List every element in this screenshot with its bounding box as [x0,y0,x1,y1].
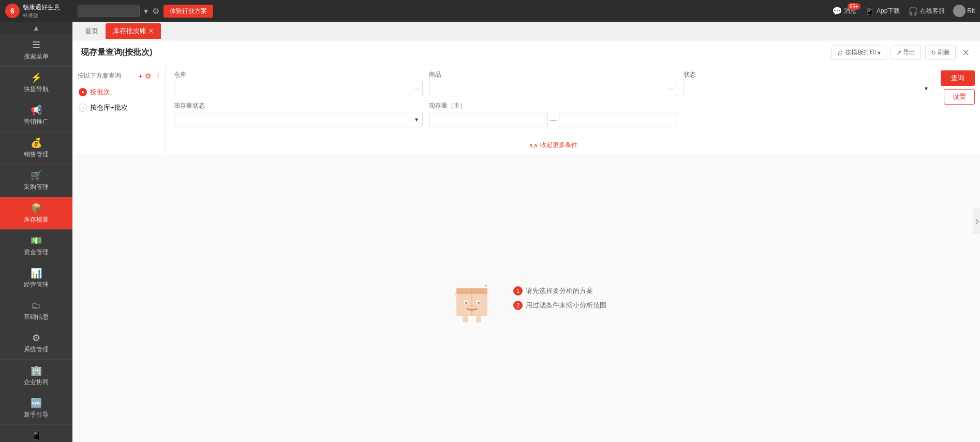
tab-inventory-batch[interactable]: 库存批次账 ✕ [106,23,161,39]
sidebar-item-basic-info[interactable]: 🗂 基础信息 [0,295,72,327]
content-area: 首页 库存批次账 ✕ 现存量查询(按批次) 🖨 按模板打印 ▾ ↗ 导出 [72,22,980,442]
sidebar-item-quick-nav[interactable]: ⚡ 快捷导航 [0,67,72,99]
tab-close-icon[interactable]: ✕ [149,27,154,35]
collapse-up-icon: ∧∧ [529,142,538,149]
tab-inventory-batch-label: 库存批次账 [113,26,146,36]
query-actions: 查询 设置 [941,65,980,154]
app-download-label: App下载 [877,7,900,16]
filter-label-product: 商品 [429,70,678,79]
warehouse-more-icon[interactable]: ··· [413,84,420,93]
scheme-add-icon[interactable]: + [139,72,143,80]
refresh-icon: ↻ [931,49,936,56]
scheme-gear-icon[interactable]: ⚙ [145,72,152,80]
filter-select-status[interactable]: ▾ [684,81,932,96]
message-item[interactable]: 💬 消息 99+ [832,6,856,16]
svg-point-5 [465,302,467,304]
sidebar-label-operations: 经营管理 [24,281,49,289]
user-item[interactable]: Rit [953,5,975,17]
filter-field-warehouse: 仓库 ··· [174,70,423,96]
logo-area: 6 畅康通好生意 标准版 [5,3,78,19]
gear-sidebar-icon: ⚙ [32,332,40,344]
tip-2-text: 用过滤条件来缩小分析范围 [526,301,606,310]
scheme-item-by-batch[interactable]: ● 按批次 [72,84,165,100]
top-header: 6 畅康通好生意 标准版 ▾ ⚙ 体验行业方案 💬 消息 99+ 📱 App下载… [0,0,980,22]
logo-text: 畅康通好生意 标准版 [23,3,60,19]
export-icon: ↗ [896,49,901,56]
stock-status-chevron-icon: ▾ [415,116,418,123]
message-badge: 99+ [848,3,860,10]
sidebar-label-system: 系统管理 [24,345,49,354]
new-icon: 🆕 [31,397,42,409]
settings-btn[interactable]: 设置 [944,89,975,105]
header-gear-icon[interactable]: ⚙ [152,6,159,16]
filter-field-status: 状态 ▾ [684,70,932,96]
empty-tips: 1 请先选择要分析的方案 2 用过滤条件来缩小分析范围 [513,286,606,310]
filter-range-input-max[interactable] [559,112,678,127]
scheme-item-by-warehouse-batch[interactable]: ○ 按仓库+批次 [72,100,165,115]
tab-bar: 首页 库存批次账 ✕ [72,22,980,40]
filter-range-stock-qty: — [429,112,678,127]
sidebar-label-inventory: 库存核算 [24,215,49,224]
sidebar-item-app-center[interactable]: 📱 应用中心 [0,425,72,442]
online-service-item[interactable]: 🎧 在线客服 [908,6,945,16]
sidebar-item-operations[interactable]: 📊 经营管理 [0,262,72,295]
sidebar-label-new-guide: 新手引导 [24,410,49,419]
svg-text:✦: ✦ [454,292,457,297]
filter-field-stock-qty: 现存量（主） — [429,101,678,127]
sidebar-item-marketing[interactable]: 📢 营销推广 [0,99,72,132]
filter-label-status: 状态 [684,70,932,79]
scheme-collapse-icon[interactable]: 《 [154,71,160,80]
finance-icon: 💵 [31,235,42,246]
sidebar-item-purchase[interactable]: 🛒 采购管理 [0,165,72,197]
filter-row-1: 仓库 ··· 商品 ··· [174,70,932,96]
scheme-dot-inactive: ○ [79,104,87,112]
filter-field-product: 商品 ··· [429,70,678,96]
sidebar-item-system[interactable]: ⚙ 系统管理 [0,327,72,360]
box-icon: 📦 [31,202,42,214]
experience-btn[interactable]: 体验行业方案 [164,5,213,18]
sidebar-item-new-guide[interactable]: 🆕 新手引导 [0,392,72,425]
filter-input-product-wrap: ··· [429,81,678,96]
tab-home[interactable]: 首页 [78,23,106,39]
filter-input-warehouse[interactable] [174,81,423,96]
avatar [953,5,966,17]
query-btn[interactable]: 查询 [941,70,975,86]
print-btn[interactable]: 🖨 按模板打印 ▾ [831,46,886,60]
export-btn[interactable]: ↗ 导出 [890,46,921,60]
sidebar-item-finance[interactable]: 💵 资金管理 [0,230,72,262]
refresh-btn[interactable]: ↻ 刷新 [925,46,956,60]
message-icon: 💬 [832,6,842,16]
sidebar-scroll-up[interactable]: ▲ [0,22,72,34]
folder-icon: 🗂 [32,300,41,311]
header-chevron-icon[interactable]: ▾ [144,6,148,16]
sidebar-item-inventory[interactable]: 📦 库存核算 [0,197,72,230]
search-icon: ☰ [32,39,40,51]
filter-input-warehouse-wrap: ··· [174,81,423,96]
filter-select-stock-status[interactable]: ▾ [174,112,423,127]
product-more-icon[interactable]: ··· [669,84,675,93]
tip-1-num: 1 [513,286,523,296]
sidebar-label-marketing: 营销推广 [24,117,49,126]
print-chevron-icon: ▾ [878,49,881,56]
collapse-more-btn[interactable]: ∧∧ 收起更多条件 [166,138,941,154]
filter-input-product[interactable] [429,81,678,96]
page-close-btn[interactable]: ✕ [960,47,972,58]
scheme-item-warehouse-batch-label: 按仓库+批次 [90,103,128,112]
filter-range-input-min[interactable] [429,112,548,127]
sidebar-item-sales[interactable]: 💰 销售管理 [0,132,72,165]
filter-section: 按以下方案查询 + ⚙ 《 ● 按批次 ○ 按仓库+批次 [72,65,980,154]
sidebar-label-finance: 资金管理 [24,248,49,257]
sidebar-item-enterprise[interactable]: 🏢 企业协同 [0,360,72,392]
scheme-header-actions: + ⚙ 《 [139,71,160,80]
header-center: ▾ ⚙ 体验行业方案 [78,5,832,18]
sidebar-item-search[interactable]: ☰ 搜索菜单 [0,34,72,67]
right-panel-collapse[interactable]: ❯ [973,208,980,234]
filter-label-warehouse: 仓库 [174,70,423,79]
app-download-item[interactable]: 📱 App下载 [865,6,900,16]
header-search-input[interactable] [78,5,140,17]
header-right: 💬 消息 99+ 📱 App下载 🎧 在线客服 Rit [832,5,975,17]
sidebar: ▲ ☰ 搜索菜单 ⚡ 快捷导航 📢 营销推广 💰 销售管理 🛒 采购管理 📦 库… [0,22,72,442]
filter-field-stock-status: 现存量状态 ▾ [174,101,423,127]
building-icon: 🏢 [31,365,42,376]
user-name: Rit [967,7,975,14]
